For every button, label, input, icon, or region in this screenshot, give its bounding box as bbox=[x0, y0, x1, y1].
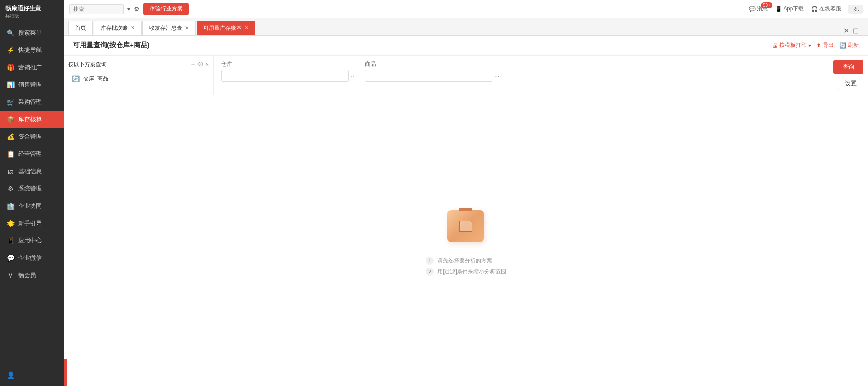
sidebar-item-wechat[interactable]: 💬 企业微信 bbox=[0, 249, 64, 267]
hint-num-1: 1 bbox=[426, 257, 434, 265]
refresh-btn[interactable]: 🔄 刷新 bbox=[839, 41, 859, 49]
vip-icon: V bbox=[6, 272, 15, 279]
logo-title: 畅康通好生意 bbox=[5, 5, 58, 13]
sidebar-label-wechat: 企业微信 bbox=[18, 254, 42, 262]
sidebar-item-enterprise[interactable]: 🏢 企业协同 bbox=[0, 197, 64, 215]
hint-list: 1 请先选择要分析的方案 2 用[过滤]条件来缩小分析范围 bbox=[426, 257, 506, 276]
collapse-icon[interactable]: « bbox=[205, 60, 209, 68]
sidebar-label-sales: 销售管理 bbox=[18, 81, 42, 89]
tab-available-stock[interactable]: 可用量库存账本✕ bbox=[197, 21, 255, 35]
product-input[interactable] bbox=[365, 70, 492, 82]
tab-close-available-stock[interactable]: ✕ bbox=[244, 25, 249, 31]
sidebar-item-vip[interactable]: V 畅会员 bbox=[0, 267, 64, 284]
empty-box bbox=[447, 210, 484, 242]
hint-item-1: 1 请先选择要分析的方案 bbox=[426, 257, 506, 265]
message-icon: 💬 bbox=[749, 6, 756, 12]
sidebar-label-marketing: 营销推广 bbox=[18, 63, 42, 72]
tab-close-batch-account[interactable]: ✕ bbox=[131, 25, 135, 31]
page-title: 可用量查询(按仓库+商品) bbox=[73, 41, 150, 50]
tab-home[interactable]: 首页 bbox=[68, 21, 93, 35]
scheme-label: 仓库+商品 bbox=[83, 75, 108, 82]
tabbar: 首页库存批次账✕收发存汇总表✕可用量库存账本✕ ✕ ⊡ bbox=[64, 18, 868, 36]
message-btn[interactable]: 💬 消息 99+ bbox=[749, 5, 768, 13]
message-badge: 99+ bbox=[761, 2, 772, 8]
hint-item-2: 2 用[过滤]条件来缩小分析范围 bbox=[426, 268, 506, 276]
sidebar: 畅康通好生意 标准版 🔍 搜索菜单 ⚡ 快捷导航 🎁 营销推广 📊 销售管理 🛒… bbox=[0, 0, 64, 386]
user-name[interactable]: Rit bbox=[848, 5, 863, 14]
filter-scheme-header: 按以下方案查询 ＋ ⊙ « bbox=[68, 60, 209, 68]
content-area: 可用量查询(按仓库+商品) 🖨 按模板打印 ▾ ⬆ 导出 🔄 刷新 bbox=[64, 36, 868, 386]
export-btn[interactable]: ⬆ 导出 bbox=[817, 41, 834, 49]
edit-scheme-icon[interactable]: ⊙ bbox=[198, 60, 203, 68]
sidebar-label-vip: 畅会员 bbox=[18, 271, 36, 279]
refresh-icon: 🔄 bbox=[839, 42, 846, 49]
quick-nav-icon: ⚡ bbox=[6, 46, 15, 54]
logo-sub: 标准版 bbox=[5, 13, 58, 19]
chevron-down-icon: ▾ bbox=[127, 6, 130, 12]
sidebar-label-system: 系统管理 bbox=[18, 185, 42, 193]
search-input[interactable] bbox=[69, 4, 124, 14]
basic-icon: 🗂 bbox=[6, 168, 15, 175]
sidebar-item-operations[interactable]: 📋 经营管理 bbox=[0, 145, 64, 163]
tab-label-available-stock: 可用量库存账本 bbox=[203, 24, 242, 32]
sidebar-label-quick-nav: 快捷导航 bbox=[18, 46, 42, 54]
operations-icon: 📋 bbox=[6, 150, 15, 158]
sidebar-item-quick-nav[interactable]: ⚡ 快捷导航 bbox=[0, 41, 64, 59]
product-label: 商品 bbox=[365, 60, 500, 68]
query-btn[interactable]: 查询 bbox=[833, 60, 863, 74]
sidebar-label-finance: 资金管理 bbox=[18, 133, 42, 141]
tab-batch-account[interactable]: 库存批次账✕ bbox=[94, 21, 142, 35]
maximize-window-btn[interactable]: ⊡ bbox=[853, 26, 859, 35]
hint-text-2: 用[过滤]条件来缩小分析范围 bbox=[437, 268, 506, 276]
filter-area: 按以下方案查询 ＋ ⊙ « 🔄 仓库+商品 仓库 bbox=[64, 56, 868, 95]
tab-income-summary[interactable]: 收发存汇总表✕ bbox=[142, 21, 196, 35]
scheme-item-warehouse-product[interactable]: 🔄 仓库+商品 bbox=[68, 72, 209, 85]
industry-btn[interactable]: 体验行业方案 bbox=[143, 3, 189, 15]
sidebar-item-system[interactable]: ⚙ 系统管理 bbox=[0, 180, 64, 197]
sidebar-item-finance[interactable]: 💰 资金管理 bbox=[0, 128, 64, 145]
sidebar-label-operations: 经营管理 bbox=[18, 150, 42, 158]
sidebar-item-marketing[interactable]: 🎁 营销推广 bbox=[0, 59, 64, 76]
sidebar-item-appstore[interactable]: 📱 应用中心 bbox=[0, 232, 64, 249]
sidebar-item-newbie[interactable]: 🌟 新手引导 bbox=[0, 215, 64, 232]
product-more-icon[interactable]: ··· bbox=[494, 72, 500, 79]
print-icon: 🖨 bbox=[772, 42, 777, 49]
warehouse-input[interactable] bbox=[221, 70, 349, 82]
hint-num-2: 2 bbox=[426, 268, 434, 276]
sidebar-label-enterprise: 企业协同 bbox=[18, 202, 42, 210]
settings-btn[interactable]: 设置 bbox=[838, 77, 863, 90]
enterprise-icon: 🏢 bbox=[6, 202, 15, 210]
sidebar-label-newbie: 新手引导 bbox=[18, 219, 42, 227]
sidebar-item-basic[interactable]: 🗂 基础信息 bbox=[0, 163, 64, 180]
finance-icon: 💰 bbox=[6, 133, 15, 140]
scheme-icon: 🔄 bbox=[72, 75, 80, 82]
tab-close-income-summary[interactable]: ✕ bbox=[185, 25, 189, 31]
wechat-icon: 💬 bbox=[6, 254, 15, 262]
sidebar-scroll: 🔍 搜索菜单 ⚡ 快捷导航 🎁 营销推广 📊 销售管理 🛒 采购管理 📦 库存核… bbox=[0, 24, 64, 364]
filter-field-product: 商品 ··· bbox=[365, 60, 500, 82]
sidebar-item-inventory[interactable]: 📦 库存核算 bbox=[0, 111, 64, 128]
warehouse-more-icon[interactable]: ··· bbox=[350, 72, 356, 79]
newbie-icon: 🌟 bbox=[6, 220, 15, 227]
filter-field-warehouse: 仓库 ··· bbox=[221, 60, 356, 82]
sidebar-label-purchase: 采购管理 bbox=[18, 98, 42, 106]
page-header: 可用量查询(按仓库+商品) 🖨 按模板打印 ▾ ⬆ 导出 🔄 刷新 bbox=[64, 36, 868, 56]
app-download-btn[interactable]: 📱 App下载 bbox=[775, 5, 804, 13]
online-service-btn[interactable]: 🎧 在线客服 bbox=[811, 5, 841, 13]
window-controls: ✕ ⊡ bbox=[839, 26, 863, 35]
export-icon: ⬆ bbox=[817, 42, 821, 49]
sidebar-item-purchase[interactable]: 🛒 采购管理 bbox=[0, 93, 64, 111]
add-scheme-icon[interactable]: ＋ bbox=[190, 60, 196, 68]
scrollbar-thumb bbox=[64, 359, 67, 386]
print-dropdown-icon: ▾ bbox=[808, 42, 811, 49]
warehouse-input-wrap: ··· bbox=[221, 70, 356, 82]
topbar-right: 💬 消息 99+ 📱 App下载 🎧 在线客服 Rit bbox=[749, 5, 863, 14]
print-btn[interactable]: 🖨 按模板打印 ▾ bbox=[772, 41, 811, 49]
tab-label-home: 首页 bbox=[75, 24, 86, 32]
dropdown-btn[interactable]: ▾ bbox=[127, 6, 130, 12]
sidebar-item-bottom[interactable]: 👤 bbox=[0, 368, 64, 382]
sidebar-item-search[interactable]: 🔍 搜索菜单 bbox=[0, 24, 64, 41]
close-window-btn[interactable]: ✕ bbox=[843, 26, 849, 35]
gear-icon[interactable]: ⚙ bbox=[134, 5, 140, 13]
sidebar-item-sales[interactable]: 📊 销售管理 bbox=[0, 76, 64, 93]
